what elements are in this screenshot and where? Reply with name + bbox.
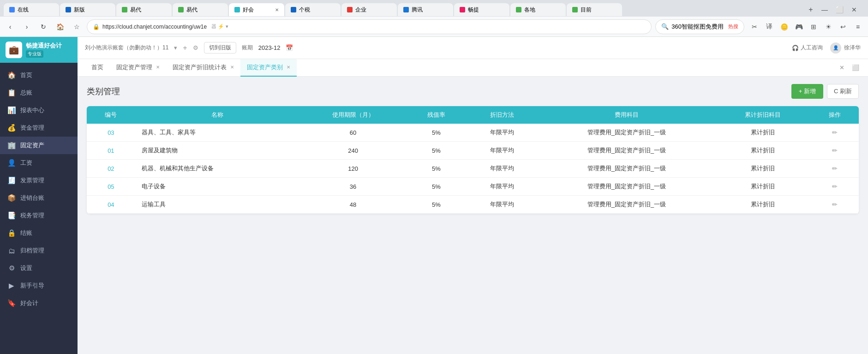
edit-button-cell[interactable]: ✏: [810, 178, 859, 196]
search-bar[interactable]: 🔍 360智能抠图免费用 热搜: [655, 19, 744, 34]
category-table: 编号名称使用期限（月）残值率折旧方法费用科目累计折旧科目操作 03器具、工具、家…: [87, 106, 859, 214]
browser-tab-4[interactable]: 易代: [173, 3, 228, 16]
calendar-icon[interactable]: 📅: [286, 44, 293, 51]
page-tab-fixed-assets-mgmt[interactable]: 固定资产管理✕: [110, 59, 166, 77]
sidebar-item-reports[interactable]: 📊报表中心: [0, 102, 78, 119]
edit-button-cell[interactable]: ✏: [810, 160, 859, 178]
browser-address-bar-row: ‹ › ↻ 🏠 ☆ 🔒 https://cloud.chanjet.com/ac…: [0, 17, 868, 37]
sidebar-item-archive[interactable]: 🗂归档管理: [0, 242, 78, 259]
sidebar-item-settings[interactable]: ⚙设置: [0, 259, 78, 277]
back-button[interactable]: ‹: [4, 20, 17, 33]
menu-icon[interactable]: ≡: [851, 20, 864, 33]
tab-close-icon[interactable]: ✕: [275, 7, 279, 12]
tab-close-button[interactable]: ✕: [837, 63, 847, 73]
browser-tab-9[interactable]: 畅提: [454, 3, 509, 16]
sidebar-item-help[interactable]: 🔖好会计: [0, 294, 78, 312]
tax-icon: 📑: [7, 211, 16, 220]
ai-consult-label: 人工咨询: [801, 44, 823, 52]
edit-button-cell[interactable]: ✏: [810, 196, 859, 214]
header-add-icon[interactable]: +: [183, 44, 187, 52]
browser-tab-2[interactable]: 新版: [60, 3, 115, 16]
logo-title: 畅捷通好会计: [26, 42, 62, 50]
data-cell: 管理费用_固定资产折旧_一级: [538, 124, 716, 142]
forward-button[interactable]: ›: [20, 20, 33, 33]
table-header-cell: 费用科目: [538, 106, 716, 124]
header-dropdown-icon[interactable]: ▾: [174, 44, 177, 51]
sidebar-item-guide[interactable]: ▶新手引导: [0, 277, 78, 294]
sidebar-item-fixed-assets[interactable]: 🏢固定资产: [0, 137, 78, 154]
star-button[interactable]: ☆: [70, 20, 83, 33]
app-container: 💼 畅捷通好会计 专业版 🏠首页📋总账📊报表中心💰资金管理🏢固定资产👤工资🧾发票…: [0, 37, 868, 354]
page-tab-home[interactable]: 首页: [85, 59, 110, 77]
sidebar-item-finance[interactable]: 💰资金管理: [0, 119, 78, 137]
sidebar-item-payroll[interactable]: 👤工资: [0, 154, 78, 172]
edit-icon[interactable]: ✏: [832, 165, 838, 172]
page-title-row: 类别管理 + 新增 C 刷新: [87, 84, 859, 99]
undo-icon[interactable]: ↩: [837, 20, 850, 33]
minimize-button[interactable]: —: [818, 3, 831, 16]
edit-icon[interactable]: ✏: [832, 201, 838, 208]
grid-icon[interactable]: ⊞: [807, 20, 820, 33]
logo-icon: 💼: [6, 42, 22, 58]
sidebar-item-closing[interactable]: 🔒结账: [0, 224, 78, 242]
url-text: https://cloud.chanjet.com/accounting/uw1…: [102, 24, 207, 30]
browser-tab-11[interactable]: 目前: [567, 3, 622, 16]
browser-tab-1[interactable]: 在线: [4, 3, 59, 16]
sidebar-item-home[interactable]: 🏠首页: [0, 66, 78, 84]
tab-expand-button[interactable]: ⬜: [850, 63, 861, 73]
edit-icon[interactable]: ✏: [832, 147, 838, 154]
edit-icon[interactable]: ✏: [832, 183, 838, 190]
hot-label: 热搜: [728, 23, 738, 30]
sidebar-item-label: 报表中心: [20, 106, 44, 114]
search-icon: 🔍: [661, 23, 669, 30]
sidebar-item-invoice[interactable]: 🧾发票管理: [0, 172, 78, 189]
sidebar-item-ledger[interactable]: 📋总账: [0, 84, 78, 102]
browser-tab-5[interactable]: 好会✕: [229, 3, 284, 16]
data-cell: 48: [300, 196, 407, 214]
edit-button-cell[interactable]: ✏: [810, 124, 859, 142]
wallet-icon[interactable]: 🪙: [778, 20, 790, 33]
brightness-icon[interactable]: ☀: [822, 20, 835, 33]
action-buttons: + 新增 C 刷新: [791, 84, 859, 99]
ai-consult-button[interactable]: 🎧 人工咨询: [792, 44, 823, 52]
page-tab-label: 固定资产类别: [247, 63, 283, 72]
scissors-icon[interactable]: ✂: [748, 20, 761, 33]
close-window-button[interactable]: ✕: [848, 3, 861, 16]
sidebar-item-inventory[interactable]: 📦进销台账: [0, 189, 78, 207]
translate-icon[interactable]: 译: [763, 20, 776, 33]
address-bar[interactable]: 🔒 https://cloud.chanjet.com/accounting/u…: [87, 19, 652, 34]
user-info-button[interactable]: 👤 徐泽华: [830, 42, 861, 54]
browser-tab-7[interactable]: 企业: [341, 3, 397, 16]
refresh-button[interactable]: C 刷新: [827, 84, 859, 99]
page-tab-close-icon[interactable]: ✕: [230, 65, 234, 70]
browser-tab-6[interactable]: 个税: [285, 3, 341, 16]
logo-badge: 专业版: [26, 50, 43, 58]
page-tab-label: 首页: [91, 63, 103, 72]
archive-icon: 🗂: [7, 247, 16, 255]
table-header: 编号名称使用期限（月）残值率折旧方法费用科目累计折旧科目操作: [87, 106, 859, 124]
browser-tab-8[interactable]: 腾讯: [398, 3, 453, 16]
game-icon[interactable]: 🎮: [792, 20, 805, 33]
period-value: 2023-12: [258, 44, 281, 51]
edit-button-cell[interactable]: ✏: [810, 142, 859, 160]
reload-button[interactable]: ↻: [37, 20, 50, 33]
sidebar-item-tax[interactable]: 📑税务管理: [0, 207, 78, 224]
page-tab-fixed-assets-category[interactable]: 固定资产类别✕: [240, 59, 297, 77]
main-content: 刘小艳演示账套（勿删勿动！）11 ▾ + ⚙ 切到旧版 账期 2023-12 📅…: [78, 37, 868, 354]
home-button[interactable]: 🏠: [54, 20, 66, 33]
switch-version-button[interactable]: 切到旧版: [204, 42, 236, 54]
data-cell: 240: [300, 142, 407, 160]
new-category-button[interactable]: + 新增: [791, 84, 823, 99]
browser-tab-3[interactable]: 易代: [116, 3, 172, 16]
page-tab-close-icon[interactable]: ✕: [287, 65, 290, 70]
page-tab-close-icon[interactable]: ✕: [156, 65, 160, 70]
header-settings-icon[interactable]: ⚙: [193, 44, 198, 51]
browser-tab-10[interactable]: 各地: [510, 3, 566, 16]
new-tab-button[interactable]: +: [804, 3, 817, 16]
header-user-label[interactable]: 刘小艳演示账套（勿删勿动！）11: [85, 44, 168, 52]
page-tab-fixed-assets-depreciation[interactable]: 固定资产折旧统计表✕: [166, 59, 240, 77]
data-cell: 管理费用_固定资产折旧_一级: [538, 142, 716, 160]
edit-icon[interactable]: ✏: [832, 129, 838, 136]
restore-button[interactable]: ⬜: [833, 3, 846, 16]
table-header-cell: 累计折旧科目: [716, 106, 811, 124]
